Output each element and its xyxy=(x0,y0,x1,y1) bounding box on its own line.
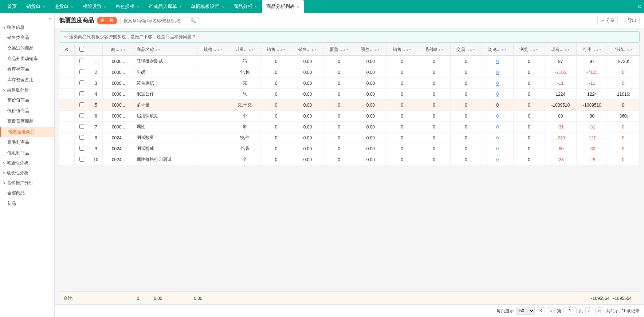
sidebar-item-低毛利商品[interactable]: 低毛利商品 xyxy=(0,148,54,158)
sidebar-item-销售类商品[interactable]: 销售类商品 xyxy=(0,32,54,43)
col-spec-header[interactable]: 规格...▲▼ xyxy=(197,44,229,56)
sidebar-item-低价值商品[interactable]: 低价值商品 xyxy=(0,106,54,116)
row-settings[interactable] xyxy=(59,67,75,78)
col-checkbox-header[interactable] xyxy=(75,44,89,56)
sidebar-item-低覆盖度商品[interactable]: 低覆盖度商品 xyxy=(0,127,54,137)
nav-tab-销货单[interactable]: 销货单× xyxy=(22,0,49,13)
row-settings[interactable] xyxy=(59,78,75,89)
row-settings[interactable] xyxy=(59,122,75,132)
row-browse1[interactable]: 0 xyxy=(482,143,513,154)
nav-tab-首页[interactable]: 首页 xyxy=(3,0,21,13)
col-sellable-header[interactable]: 可销...▲▼ xyxy=(608,44,640,56)
last-page-button[interactable]: >| xyxy=(595,307,604,314)
close-tab-icon[interactable]: × xyxy=(221,4,224,9)
next-page-button[interactable]: > xyxy=(585,307,593,314)
search-icon[interactable]: 🔍 xyxy=(191,18,196,23)
row-browse1[interactable]: 0 xyxy=(482,56,513,67)
sidebar-group-成长性分析[interactable]: >成长性分析 xyxy=(0,168,54,178)
page-input[interactable] xyxy=(564,307,577,314)
col-browse2-header[interactable]: 浏览...▲▼ xyxy=(513,44,545,56)
row-browse1[interactable]: 0 xyxy=(482,122,513,132)
col-current-stock-header[interactable]: 现有...▲▼ xyxy=(545,44,576,56)
row-spec xyxy=(197,100,229,111)
close-tab-icon[interactable]: × xyxy=(255,4,257,9)
nav-tab-进货单[interactable]: 进货单× xyxy=(50,0,77,13)
row-browse1[interactable]: 0 xyxy=(482,111,513,122)
sidebar-item-库存资金占用[interactable]: 库存资金占用 xyxy=(0,75,54,85)
row-spec xyxy=(197,154,229,165)
search-input[interactable] xyxy=(123,18,189,23)
row-settings[interactable] xyxy=(59,56,75,67)
page-size-select[interactable]: 2050100 xyxy=(516,307,535,315)
row-checkbox[interactable] xyxy=(75,56,89,67)
col-settings[interactable]: ⚙ xyxy=(59,44,75,56)
nav-tab-角色授权[interactable]: 角色授权× xyxy=(111,0,143,13)
col-sales2-header[interactable]: 销售...▲▼ xyxy=(386,44,418,56)
col-name-header[interactable]: 商品名称▲▼ xyxy=(134,44,197,56)
first-page-button[interactable]: K xyxy=(537,307,545,314)
col-code-header[interactable]: 商...▲▼ xyxy=(103,44,134,56)
close-tab-icon[interactable]: × xyxy=(137,4,139,9)
sidebar-item-高价值商品[interactable]: 高价值商品 xyxy=(0,95,54,106)
row-browse1[interactable]: 0 xyxy=(482,100,513,111)
share-button[interactable]: ↗ 分享 xyxy=(597,16,618,25)
nav-tab-商品分析列表[interactable]: 商品分析列表× xyxy=(262,0,303,13)
col-browse1-header[interactable]: 浏览...▲▼ xyxy=(482,44,513,56)
col-unit-header[interactable]: 计量...▲▼ xyxy=(229,44,260,56)
row-browse1[interactable]: 0 xyxy=(482,78,513,89)
row-settings[interactable] xyxy=(59,154,75,165)
row-settings[interactable] xyxy=(59,89,75,100)
col-cover1-header[interactable]: 覆盖...▲▼ xyxy=(323,44,355,56)
row-browse1[interactable]: 0 xyxy=(482,89,513,100)
select-all-checkbox[interactable] xyxy=(79,47,84,52)
prev-page-button[interactable]: < xyxy=(547,307,555,314)
col-gross-rate-header[interactable]: 毛利率▲▼ xyxy=(418,44,450,56)
nav-tab-权限设置[interactable]: 权限设置× xyxy=(78,0,110,13)
close-tab-icon[interactable]: × xyxy=(43,4,45,9)
nav-tab-产成品入库单[interactable]: 产成品入库单× xyxy=(144,0,186,13)
close-tab-icon[interactable]: × xyxy=(71,4,73,9)
col-available-header[interactable]: 可用...▲▼ xyxy=(576,44,608,56)
row-checkbox[interactable] xyxy=(75,89,89,100)
row-checkbox[interactable] xyxy=(75,154,89,165)
col-trade-header[interactable]: 交易...▲▼ xyxy=(450,44,482,56)
sidebar-item-交易过的商品[interactable]: 交易过的商品 xyxy=(0,43,54,54)
row-checkbox[interactable] xyxy=(75,100,89,111)
col-cover2-header[interactable]: 覆盖...▲▼ xyxy=(355,44,386,56)
date-filter-button[interactable]: 近一月 xyxy=(97,17,117,24)
row-settings[interactable] xyxy=(59,100,75,111)
row-checkbox[interactable] xyxy=(75,78,89,89)
nav-tab-商品分析[interactable]: 商品分析× xyxy=(229,0,261,13)
row-checkbox[interactable] xyxy=(75,111,89,122)
sidebar-toggle[interactable]: « xyxy=(0,15,54,23)
sidebar-group-营销推广分析[interactable]: ∨营销推广分析 xyxy=(0,178,54,188)
nav-tab-单据模板设置[interactable]: 单据模板设置× xyxy=(186,0,228,13)
close-tab-icon[interactable]: × xyxy=(297,4,299,9)
col-sales-qty-header[interactable]: 销售...▲▼ xyxy=(260,44,292,56)
close-tab-icon[interactable]: × xyxy=(179,4,181,9)
row-checkbox[interactable] xyxy=(75,143,89,154)
sidebar-group-类制度分析[interactable]: ∨类制度分析 xyxy=(0,85,54,95)
row-settings[interactable] xyxy=(59,143,75,154)
close-all-button[interactable]: × xyxy=(638,3,641,10)
export-button[interactable]: ↓ 导出 xyxy=(621,16,640,25)
sidebar-item-全部商品[interactable]: 全部商品 xyxy=(0,188,54,198)
row-checkbox[interactable] xyxy=(75,67,89,78)
sidebar-item-高覆盖度商品[interactable]: 高覆盖度商品 xyxy=(0,116,54,127)
row-settings[interactable] xyxy=(59,111,75,122)
row-browse1[interactable]: 0 xyxy=(482,132,513,143)
row-checkbox[interactable] xyxy=(75,122,89,132)
row-checkbox[interactable] xyxy=(75,132,89,143)
sidebar-group-流通性分析[interactable]: >流通性分析 xyxy=(0,158,54,168)
sidebar-item-高毛利商品[interactable]: 高毛利商品 xyxy=(0,137,54,148)
sidebar-group-整体信息[interactable]: ∨整体信息 xyxy=(0,23,54,32)
sidebar-item-新品[interactable]: 新品 xyxy=(0,198,54,209)
col-sales-amt-header[interactable]: 销售...▲▼ xyxy=(292,44,323,56)
row-browse2: 0 xyxy=(513,154,545,165)
row-browse1[interactable]: 0 xyxy=(482,67,513,78)
sidebar-item-有库存商品[interactable]: 有库存商品 xyxy=(0,64,54,75)
sidebar-item-商品分类动销率[interactable]: 商品分类动销率 xyxy=(0,54,54,64)
close-tab-icon[interactable]: × xyxy=(104,4,106,9)
row-settings[interactable] xyxy=(59,132,75,143)
row-browse1[interactable]: 0 xyxy=(482,154,513,165)
